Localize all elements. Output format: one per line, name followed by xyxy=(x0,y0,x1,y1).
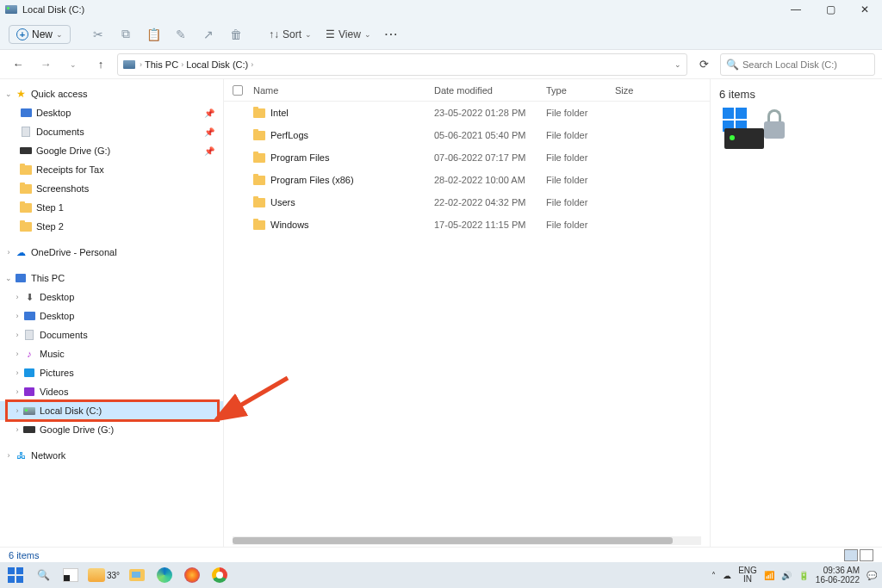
up-button[interactable]: ↑ xyxy=(90,53,112,76)
col-name[interactable]: Name xyxy=(253,85,434,96)
more-button[interactable]: ··· xyxy=(380,26,404,43)
tree-item[interactable]: ›♪Music xyxy=(0,344,223,363)
col-date[interactable]: Date modified xyxy=(434,85,546,96)
sort-button[interactable]: ↑↓ Sort ⌄ xyxy=(264,26,317,43)
sort-icon: ↑↓ xyxy=(269,28,279,40)
tree-item[interactable]: ›Desktop xyxy=(0,306,223,325)
system-tray: ˄ ☁ ENG IN 📶 🔊 🔋 09:36 AM 16-06-2022 💬 xyxy=(711,566,877,585)
start-button[interactable] xyxy=(5,565,26,585)
back-button[interactable]: ← xyxy=(7,53,29,76)
search-box[interactable]: 🔍 xyxy=(720,53,875,76)
minimize-button[interactable]: ― xyxy=(779,0,813,19)
rename-icon[interactable]: ✎ xyxy=(169,22,193,46)
expand-icon[interactable]: › xyxy=(12,406,22,415)
breadcrumb[interactable]: › This PC › Local Disk (C:) › ⌄ xyxy=(117,53,687,76)
tree-item[interactable]: Screenshots xyxy=(0,179,223,198)
chevron-down-icon[interactable]: ⌄ xyxy=(674,60,681,69)
file-type: File folder xyxy=(546,108,615,118)
notification-icon[interactable]: 💬 xyxy=(866,571,877,580)
battery-icon[interactable]: 🔋 xyxy=(798,571,809,580)
paste-icon[interactable]: 📋 xyxy=(141,22,165,46)
clock[interactable]: 09:36 AM 16-06-2022 xyxy=(816,566,860,585)
file-name: Intel xyxy=(270,108,289,118)
collapse-icon[interactable]: ⌄ xyxy=(3,90,14,98)
expand-icon[interactable]: › xyxy=(12,312,22,320)
recent-chevron-icon[interactable]: ⌄ xyxy=(62,53,84,76)
tree-item[interactable]: ›Google Drive (G:) xyxy=(0,420,223,439)
search-icon[interactable]: 🔍 xyxy=(33,565,53,585)
tree-item[interactable]: ›Pictures xyxy=(0,363,223,382)
file-name: Windows xyxy=(270,220,309,230)
tree-item[interactable]: ›Documents xyxy=(0,325,223,344)
tray-chevron-icon[interactable]: ˄ xyxy=(711,571,716,580)
expand-icon[interactable]: › xyxy=(12,293,22,301)
search-input[interactable] xyxy=(742,59,869,70)
details-view-icon[interactable] xyxy=(844,549,858,561)
breadcrumb-item[interactable]: Local Disk (C:) xyxy=(186,59,248,70)
delete-icon[interactable]: 🗑 xyxy=(224,22,248,46)
tree-item[interactable]: ›Videos xyxy=(0,382,223,401)
tree-onedrive[interactable]: › ☁ OneDrive - Personal xyxy=(0,243,223,262)
select-all-checkbox[interactable] xyxy=(233,85,243,96)
tree-this-pc[interactable]: ⌄ This PC xyxy=(0,269,223,288)
items-count: 6 items xyxy=(719,88,873,101)
col-type[interactable]: Type xyxy=(546,85,615,96)
maximize-button[interactable]: ▢ xyxy=(813,0,848,19)
wifi-icon[interactable]: 📶 xyxy=(764,571,774,580)
tree-network[interactable]: › 🖧 Network xyxy=(0,446,223,465)
col-size[interactable]: Size xyxy=(615,85,667,96)
task-view-icon[interactable] xyxy=(60,565,81,585)
weather-widget[interactable]: 33° xyxy=(88,568,120,582)
refresh-button[interactable]: ⟳ xyxy=(693,53,715,76)
file-row[interactable]: Windows17-05-2022 11:15 PMFile folder xyxy=(224,214,710,236)
tree-item-local-disk[interactable]: ›Local Disk (C:) xyxy=(0,401,223,420)
file-explorer-icon[interactable] xyxy=(127,565,147,585)
edge-icon[interactable] xyxy=(154,565,175,585)
file-type: File folder xyxy=(546,130,615,140)
horizontal-scrollbar[interactable] xyxy=(233,536,701,545)
volume-icon[interactable]: 🔊 xyxy=(781,571,792,580)
cut-icon[interactable]: ✂ xyxy=(86,22,110,46)
tree-quick-access[interactable]: ⌄ ★ Quick access xyxy=(0,84,223,103)
file-type: File folder xyxy=(546,220,615,230)
new-button[interactable]: + New ⌄ xyxy=(9,25,71,44)
expand-icon[interactable]: › xyxy=(12,368,22,377)
nav-tree: ⌄ ★ Quick access Desktop📌Documents📌Googl… xyxy=(0,79,224,547)
share-icon[interactable]: ↗ xyxy=(196,22,220,46)
tree-item[interactable]: ›⬇Desktop xyxy=(0,288,223,306)
file-row[interactable]: Intel23-05-2022 01:28 PMFile folder xyxy=(224,102,710,124)
tree-label: Quick access xyxy=(31,89,87,99)
search-icon: 🔍 xyxy=(726,59,739,71)
file-row[interactable]: Program Files07-06-2022 07:17 PMFile fol… xyxy=(224,146,710,169)
file-row[interactable]: Users22-02-2022 04:32 PMFile folder xyxy=(224,191,710,214)
thumbnails-view-icon[interactable] xyxy=(860,549,873,561)
expand-icon[interactable]: › xyxy=(12,425,22,434)
forward-button[interactable]: → xyxy=(34,53,57,76)
tree-label: Documents xyxy=(36,127,84,137)
firefox-icon[interactable] xyxy=(182,565,202,585)
expand-icon[interactable]: › xyxy=(12,350,22,358)
expand-icon[interactable]: › xyxy=(3,248,14,257)
expand-icon[interactable]: › xyxy=(3,451,14,460)
close-button[interactable]: ✕ xyxy=(848,0,882,19)
onedrive-tray-icon[interactable]: ☁ xyxy=(723,571,731,580)
tree-item[interactable]: Google Drive (G:)📌 xyxy=(0,141,223,160)
expand-icon[interactable]: › xyxy=(12,331,22,339)
tree-item[interactable]: Receipts for Tax xyxy=(0,160,223,179)
file-row[interactable]: PerfLogs05-06-2021 05:40 PMFile folder xyxy=(224,124,710,146)
collapse-icon[interactable]: ⌄ xyxy=(3,274,14,282)
expand-icon[interactable]: › xyxy=(12,387,22,396)
breadcrumb-item[interactable]: This PC xyxy=(145,59,178,70)
tree-item[interactable]: Step 1 xyxy=(0,198,223,217)
chrome-icon[interactable] xyxy=(209,565,230,585)
copy-icon[interactable]: ⧉ xyxy=(114,22,138,46)
pin-icon: 📌 xyxy=(204,127,214,137)
view-button[interactable]: ☰ View ⌄ xyxy=(320,26,376,43)
details-pane: 6 items xyxy=(710,79,882,547)
taskbar: 🔍 33° ˄ ☁ ENG IN 📶 🔊 🔋 09:36 AM 16-06-20… xyxy=(0,562,882,588)
file-row[interactable]: Program Files (x86)28-02-2022 10:00 AMFi… xyxy=(224,169,710,191)
tree-item[interactable]: Step 2 xyxy=(0,217,223,236)
tree-item[interactable]: Desktop📌 xyxy=(0,103,223,122)
tree-item[interactable]: Documents📌 xyxy=(0,122,223,141)
language-indicator[interactable]: ENG IN xyxy=(738,566,757,584)
